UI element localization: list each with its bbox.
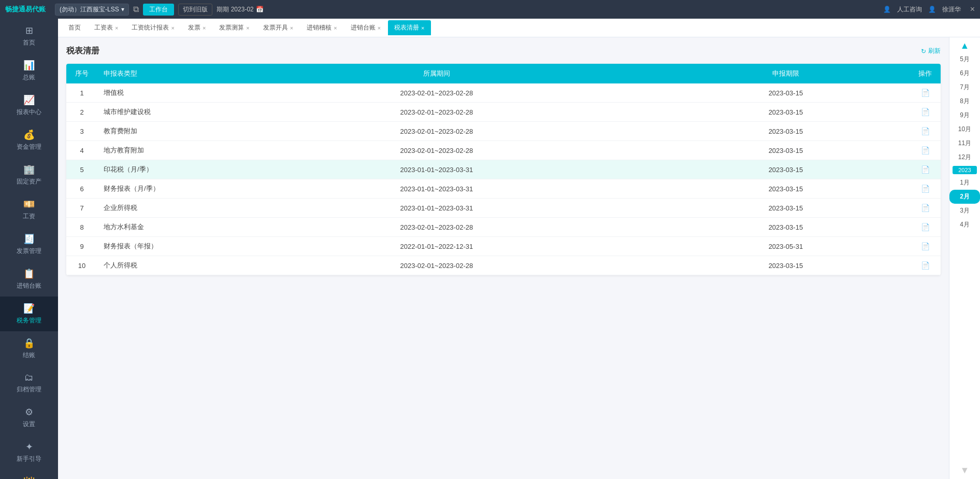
tax-table: 序号 申报表类型 所属期间 申报期限 操作 1 增值税 2023-02-01~2… <box>66 64 941 275</box>
sidebar-item-sales[interactable]: 📋 进销台账 <box>0 262 58 297</box>
table-row: 2 城市维护建设税 2023-02-01~2023-02-28 2023-03-… <box>66 103 941 122</box>
report-icon: 📈 <box>23 94 35 106</box>
tab-invoice[interactable]: 发票 × <box>182 20 212 35</box>
switch-button[interactable]: 切到旧版 <box>178 4 212 16</box>
refresh-icon: ↻ <box>921 48 926 55</box>
cell-period: 2023-02-01~2023-02-28 <box>211 83 662 103</box>
tab-invoice-close[interactable]: × <box>203 25 206 31</box>
period-month-3[interactable]: 3月 <box>949 204 980 218</box>
sidebar-label-ledger: 总账 <box>23 73 35 82</box>
close-button[interactable]: × <box>970 5 975 14</box>
period-year-2023: 2023 <box>953 166 977 174</box>
action-icon[interactable]: 📄 <box>921 127 930 135</box>
cell-no: 7 <box>66 199 97 218</box>
period-month-10[interactable]: 10月 <box>949 122 980 136</box>
sidebar-item-report[interactable]: 📈 报表中心 <box>0 88 58 123</box>
tab-purchase-check-close[interactable]: × <box>334 25 337 31</box>
fund-icon: 💰 <box>23 129 35 140</box>
tab-purchase-ledger[interactable]: 进销台账 × <box>344 20 387 35</box>
cell-type: 地方水利基金 <box>97 218 211 237</box>
period-month-7[interactable]: 7月 <box>949 80 980 94</box>
cell-action: 📄 <box>910 160 941 179</box>
tab-invoice-open-close[interactable]: × <box>290 25 293 31</box>
tab-purchase-check[interactable]: 进销稽核 × <box>300 20 343 35</box>
sidebar-item-close[interactable]: 🔒 结账 <box>0 331 58 366</box>
action-icon[interactable]: 📄 <box>921 108 930 116</box>
action-icon[interactable]: 📄 <box>921 261 930 270</box>
refresh-button[interactable]: ↻ 刷新 <box>921 47 941 55</box>
sidebar-item-tax[interactable]: 📝 税务管理 <box>0 297 58 331</box>
cell-no: 4 <box>66 141 97 160</box>
sidebar-item-invoice[interactable]: 🧾 发票管理 <box>0 227 58 262</box>
tab-wage-table[interactable]: 工资表 × <box>88 20 124 35</box>
tab-wage-stat-close[interactable]: × <box>171 25 174 31</box>
action-icon[interactable]: 📄 <box>921 185 930 193</box>
sidebar-item-member[interactable]: 👑 畅会员 <box>0 470 58 479</box>
period-down-button[interactable]: ▼ <box>959 464 971 477</box>
col-type: 申报表类型 <box>97 64 211 83</box>
sidebar-item-home[interactable]: ⊞ 首页 <box>0 19 58 53</box>
period-month-2[interactable]: 2月 <box>949 190 980 204</box>
sidebar-item-wage[interactable]: 💴 工资 <box>0 192 58 227</box>
tab-invoice-open[interactable]: 发票开具 × <box>257 20 299 35</box>
cell-action: 📄 <box>910 83 941 103</box>
col-deadline: 申报期限 <box>662 64 910 83</box>
period-month-12[interactable]: 12月 <box>949 150 980 164</box>
period-month-4[interactable]: 4月 <box>949 218 980 232</box>
period-month-11[interactable]: 11月 <box>949 136 980 150</box>
tab-wage-stat-label: 工资统计报表 <box>132 23 169 32</box>
cell-deadline: 2023-03-15 <box>662 218 910 237</box>
action-icon[interactable]: 📄 <box>921 204 930 212</box>
tab-tax-clear-close[interactable]: × <box>421 25 424 31</box>
dropdown-icon: ▾ <box>121 6 124 13</box>
sidebar-item-ledger[interactable]: 📊 总账 <box>0 53 58 88</box>
tab-home[interactable]: 首页 <box>62 20 87 35</box>
cell-deadline: 2023-03-15 <box>662 256 910 275</box>
cell-period: 2023-02-01~2023-02-28 <box>211 122 662 141</box>
tab-invoice-calc-close[interactable]: × <box>246 25 249 31</box>
sidebar-item-guide[interactable]: ✦ 新手引导 <box>0 435 58 470</box>
assets-icon: 🏢 <box>23 164 35 175</box>
sidebar-item-archive[interactable]: 🗂 归档管理 <box>0 366 58 400</box>
app-logo: 畅捷通易代账 <box>5 5 46 14</box>
cell-no: 1 <box>66 83 97 103</box>
period-month-9[interactable]: 9月 <box>949 108 980 122</box>
tab-purchase-ledger-close[interactable]: × <box>378 25 381 31</box>
cell-action: 📄 <box>910 199 941 218</box>
col-no: 序号 <box>66 64 97 83</box>
period-month-1[interactable]: 1月 <box>949 176 980 190</box>
cell-type: 财务报表（年报） <box>97 237 211 256</box>
tab-wage-stat[interactable]: 工资统计报表 × <box>125 20 180 35</box>
action-icon[interactable]: 📄 <box>921 242 930 250</box>
action-icon[interactable]: 📄 <box>921 89 930 97</box>
top-bar: 畅捷通易代账 (勿动）江西服宝-LSS ▾ ⧉ 工作台 切到旧版 期期 2023… <box>0 0 980 19</box>
period-month-5[interactable]: 5月 <box>949 52 980 66</box>
sidebar-item-assets[interactable]: 🏢 固定资产 <box>0 158 58 192</box>
action-icon[interactable]: 📄 <box>921 223 930 231</box>
user-avatar: 👤 <box>928 6 936 13</box>
tab-invoice-calc[interactable]: 发票测算 × <box>213 20 255 35</box>
tab-home-label: 首页 <box>68 23 81 32</box>
period-month-8[interactable]: 8月 <box>949 94 980 108</box>
cell-type: 个人所得税 <box>97 256 211 275</box>
cell-period: 2022-01-01~2022-12-31 <box>211 237 662 256</box>
user-service[interactable]: 人工咨询 <box>897 5 922 14</box>
cell-action: 📄 <box>910 122 941 141</box>
period-label: 期期 <box>217 5 229 14</box>
action-icon[interactable]: 📄 <box>921 165 930 174</box>
company-selector[interactable]: (勿动）江西服宝-LSS ▾ <box>55 4 129 16</box>
tab-tax-clear[interactable]: 税表清册 × <box>388 20 430 35</box>
cell-period: 2023-01-01~2023-03-31 <box>211 179 662 199</box>
workbench-button[interactable]: 工作台 <box>143 4 174 16</box>
cell-type: 企业所得税 <box>97 199 211 218</box>
period-month-6[interactable]: 6月 <box>949 66 980 80</box>
user-area: 👤 人工咨询 👤 徐涯华 <box>883 5 961 14</box>
cell-type: 教育费附加 <box>97 122 211 141</box>
action-icon[interactable]: 📄 <box>921 146 930 154</box>
sidebar-item-settings[interactable]: ⚙ 设置 <box>0 400 58 435</box>
tab-wage-table-close[interactable]: × <box>115 25 118 31</box>
period-up-button[interactable]: ▲ <box>959 39 971 52</box>
sales-icon: 📋 <box>23 268 35 279</box>
tab-invoice-open-label: 发票开具 <box>263 23 288 32</box>
sidebar-item-fund[interactable]: 💰 资金管理 <box>0 123 58 158</box>
